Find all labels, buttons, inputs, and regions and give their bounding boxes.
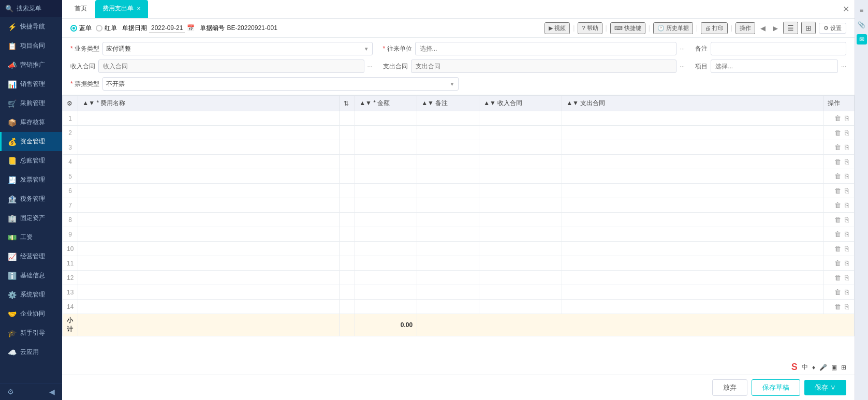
sidebar-item-fund-mgmt[interactable]: 💰 资金管理: [0, 132, 62, 151]
amount-cell[interactable]: [355, 271, 417, 285]
rp-icon-3[interactable]: ✉: [857, 34, 867, 45]
amount-cell[interactable]: [355, 111, 417, 126]
biz-type-select[interactable]: 应付调整 ▼: [102, 42, 373, 55]
remarks-input[interactable]: [711, 42, 846, 55]
counterpart-input[interactable]: [415, 42, 677, 55]
operations-btn[interactable]: 操作: [735, 22, 755, 34]
income-contract-cell[interactable]: [479, 213, 562, 227]
expense-name-cell[interactable]: [78, 169, 340, 184]
copy-row-btn[interactable]: ⎘: [844, 287, 850, 297]
copy-row-btn[interactable]: ⎘: [844, 229, 850, 239]
sidebar-item-project-contract[interactable]: 📋 项目合同: [0, 36, 62, 55]
income-contract-cell[interactable]: [479, 285, 562, 300]
video-btn[interactable]: ▶ 视频: [545, 22, 570, 34]
expense-name-cell[interactable]: [78, 198, 340, 213]
date-value[interactable]: 2022-09-21: [149, 24, 185, 33]
remark-cell[interactable]: [417, 111, 479, 126]
amount-cell[interactable]: [355, 155, 417, 169]
settings-btn[interactable]: ⚙ 设置: [819, 23, 846, 34]
rp-icon-2[interactable]: 📎: [857, 20, 867, 30]
remark-cell[interactable]: [417, 271, 479, 285]
copy-row-btn[interactable]: ⎘: [844, 302, 850, 312]
remark-cell[interactable]: [417, 242, 479, 256]
copy-row-btn[interactable]: ⎘: [844, 215, 850, 225]
delete-row-btn[interactable]: 🗑: [833, 244, 842, 254]
expense-name-cell[interactable]: [78, 126, 340, 140]
remark-cell[interactable]: [417, 198, 479, 213]
view-list-btn[interactable]: ☰: [783, 22, 798, 34]
sidebar-item-ops-mgmt[interactable]: 📈 经营管理: [0, 247, 62, 266]
expense-name-cell[interactable]: [78, 111, 340, 126]
copy-row-btn[interactable]: ⎘: [844, 258, 850, 268]
sidebar-item-quick-nav[interactable]: ⚡ 快捷导航: [0, 17, 62, 36]
delete-row-btn[interactable]: 🗑: [833, 200, 842, 210]
copy-row-btn[interactable]: ⎘: [844, 128, 850, 138]
expense-name-cell[interactable]: [78, 213, 340, 227]
income-contract-more-icon[interactable]: ···: [367, 63, 373, 70]
delete-row-btn[interactable]: 🗑: [833, 186, 842, 196]
income-contract-cell[interactable]: [479, 242, 562, 256]
sidebar-item-enterprise-collab[interactable]: 🤝 企业协同: [0, 304, 62, 323]
delete-row-btn[interactable]: 🗑: [833, 302, 842, 312]
delete-row-btn[interactable]: 🗑: [833, 157, 842, 167]
sidebar-item-tax-mgmt[interactable]: 🏦 税务管理: [0, 189, 62, 209]
sidebar-item-payroll[interactable]: 💵 工资: [0, 228, 62, 247]
income-contract-cell[interactable]: [479, 126, 562, 140]
remark-cell[interactable]: [417, 126, 479, 140]
remark-cell[interactable]: [417, 256, 479, 271]
expense-name-cell[interactable]: [78, 271, 340, 285]
delete-row-btn[interactable]: 🗑: [833, 287, 842, 297]
amount-cell[interactable]: [355, 213, 417, 227]
sidebar-item-basic-info[interactable]: ℹ️ 基础信息: [0, 266, 62, 285]
copy-row-btn[interactable]: ⎘: [844, 157, 850, 167]
income-contract-cell[interactable]: [479, 140, 562, 155]
expense-contract-cell[interactable]: [562, 300, 823, 314]
th-gear[interactable]: ⚙: [63, 96, 78, 111]
expense-contract-more-icon[interactable]: ···: [680, 63, 685, 70]
expense-contract-cell[interactable]: [562, 169, 823, 184]
save-draft-button[interactable]: 保存草稿: [752, 379, 800, 396]
sidebar-item-inventory[interactable]: 📦 库存核算: [0, 113, 62, 132]
delete-row-btn[interactable]: 🗑: [833, 171, 842, 181]
expense-name-cell[interactable]: [78, 285, 340, 300]
income-contract-cell[interactable]: [479, 198, 562, 213]
expense-name-cell[interactable]: [78, 256, 340, 271]
expense-contract-cell[interactable]: [562, 227, 823, 242]
expense-contract-cell[interactable]: [562, 155, 823, 169]
expense-contract-input[interactable]: [411, 60, 677, 73]
income-contract-cell[interactable]: [479, 256, 562, 271]
copy-row-btn[interactable]: ⎘: [844, 200, 850, 210]
print-btn[interactable]: 🖨 打印: [701, 22, 728, 34]
remark-cell[interactable]: [417, 213, 479, 227]
shortcuts-btn[interactable]: ⌨ 快捷键: [610, 22, 645, 34]
income-contract-cell[interactable]: [479, 300, 562, 314]
remark-cell[interactable]: [417, 300, 479, 314]
sidebar-item-sales-promotion[interactable]: 📣 营销推广: [0, 55, 62, 75]
tab-home[interactable]: 首页: [67, 0, 94, 18]
amount-cell[interactable]: [355, 184, 417, 198]
expense-contract-cell[interactable]: [562, 198, 823, 213]
project-more-icon[interactable]: ···: [841, 63, 846, 70]
history-btn[interactable]: 🕐 历史单据: [653, 22, 693, 34]
sidebar-item-ledger-mgmt[interactable]: 📒 总账管理: [0, 151, 62, 170]
expense-name-cell[interactable]: [78, 227, 340, 242]
discard-button[interactable]: 放弃: [712, 379, 747, 396]
expense-contract-cell[interactable]: [562, 256, 823, 271]
expense-contract-cell[interactable]: [562, 184, 823, 198]
prev-nav-icon[interactable]: ◀: [758, 23, 768, 33]
income-contract-cell[interactable]: [479, 184, 562, 198]
delete-row-btn[interactable]: 🗑: [833, 128, 842, 138]
expense-contract-cell[interactable]: [562, 242, 823, 256]
remark-cell[interactable]: [417, 155, 479, 169]
income-contract-cell[interactable]: [479, 227, 562, 242]
income-contract-cell[interactable]: [479, 169, 562, 184]
delete-row-btn[interactable]: 🗑: [833, 142, 842, 152]
expense-name-cell[interactable]: [78, 242, 340, 256]
remark-cell[interactable]: [417, 285, 479, 300]
sidebar-search[interactable]: 🔍 搜索菜单: [0, 0, 62, 17]
save-button[interactable]: 保存 ∨: [804, 380, 846, 395]
help-btn[interactable]: ? 帮助: [578, 22, 602, 34]
amount-cell[interactable]: [355, 198, 417, 213]
amount-cell[interactable]: [355, 169, 417, 184]
sidebar-item-sales-mgmt[interactable]: 📊 销售管理: [0, 75, 62, 94]
